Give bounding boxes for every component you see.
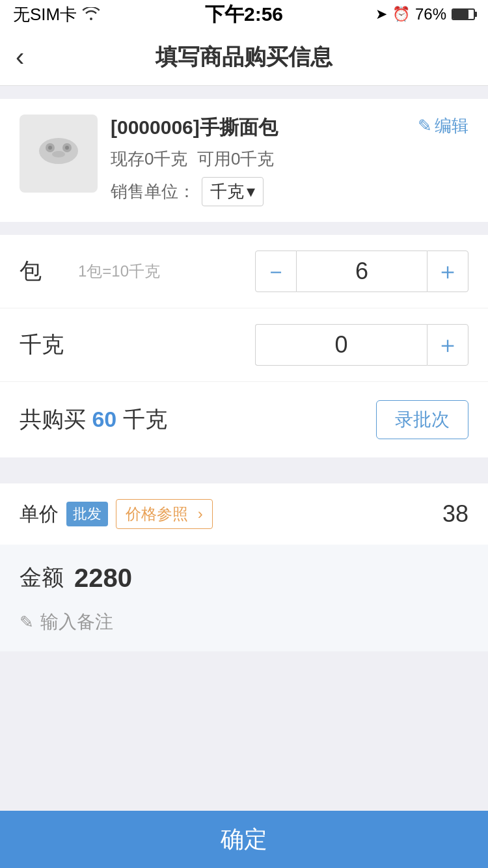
minus-button-bao[interactable]: － — [255, 251, 297, 292]
back-button[interactable]: ‹ — [16, 42, 24, 72]
quantity-row-bao: 包 1包=10千克 － ＋ — [0, 235, 488, 308]
battery-icon — [452, 8, 475, 20]
label-kg: 千克 — [20, 330, 72, 360]
total-row: 共购买 60 千克 录批次 — [0, 382, 488, 457]
status-left: 无SIM卡 — [13, 3, 100, 26]
price-label-area: 单价 批发 价格参照 › — [20, 499, 213, 529]
product-name: [0000006]手撕面包 — [111, 115, 468, 141]
chevron-down-icon: ▾ — [247, 182, 255, 202]
plus-button-bao[interactable]: ＋ — [427, 251, 468, 292]
amount-section: 金额 2280 ✎ 输入备注 — [0, 545, 488, 651]
svg-point-4 — [65, 146, 69, 150]
total-text: 共购买 60 千克 — [20, 405, 167, 435]
hint-bao: 1包=10千克 — [78, 261, 255, 282]
amount-label: 金额 — [20, 563, 64, 593]
svg-point-3 — [48, 146, 52, 150]
quantity-input-bao[interactable] — [297, 251, 427, 292]
product-unit: 销售单位： 千克 ▾ — [111, 177, 468, 206]
pencil-icon: ✎ — [20, 612, 34, 632]
batch-button[interactable]: 录批次 — [376, 400, 468, 439]
status-right: ➤ ⏰ 76% — [375, 5, 475, 23]
controls-kg: ＋ — [255, 324, 468, 366]
price-section: 单价 批发 价格参照 › 38 — [0, 483, 488, 545]
amount-value: 2280 — [74, 563, 132, 593]
product-stock: 现存0千克 可用0千克 — [111, 148, 468, 170]
svg-point-5 — [52, 151, 65, 157]
confirm-button[interactable]: 确定 — [0, 811, 488, 868]
controls-bao: － ＋ — [255, 251, 468, 292]
separator-1 — [0, 222, 488, 235]
price-value: 38 — [442, 500, 468, 528]
price-label: 单价 — [20, 501, 59, 528]
wifi-icon — [82, 5, 100, 25]
price-ref-button[interactable]: 价格参照 › — [116, 499, 213, 529]
product-image-placeholder — [36, 135, 81, 173]
edit-icon: ✎ — [418, 116, 432, 136]
plus-button-kg[interactable]: ＋ — [427, 324, 468, 366]
status-time: 下午2:56 — [205, 1, 283, 28]
page-title: 填写商品购买信息 — [156, 42, 332, 72]
label-bao: 包 — [20, 256, 72, 286]
quantity-section: 包 1包=10千克 － ＋ 千克 ＋ — [0, 235, 488, 382]
remark-placeholder: 输入备注 — [40, 610, 113, 634]
unit-dropdown[interactable]: 千克 ▾ — [202, 177, 264, 206]
nav-bar: ‹ 填写商品购买信息 — [0, 29, 488, 86]
battery-text: 76% — [415, 5, 446, 23]
separator-2 — [0, 457, 488, 470]
product-card: [0000006]手撕面包 现存0千克 可用0千克 销售单位： 千克 ▾ ✎ 编… — [0, 99, 488, 222]
quantity-row-kg: 千克 ＋ — [0, 308, 488, 382]
price-tag: 批发 — [66, 502, 108, 526]
carrier-text: 无SIM卡 — [13, 3, 77, 26]
product-image — [20, 115, 98, 193]
edit-button[interactable]: ✎ 编辑 — [418, 115, 468, 137]
status-bar: 无SIM卡 下午2:56 ➤ ⏰ 76% — [0, 0, 488, 29]
location-icon: ➤ — [375, 6, 387, 23]
quantity-input-kg[interactable] — [255, 324, 427, 366]
remark-row[interactable]: ✎ 输入备注 — [20, 603, 468, 641]
alarm-icon: ⏰ — [392, 6, 410, 23]
amount-row: 金额 2280 — [20, 563, 468, 593]
product-info: [0000006]手撕面包 现存0千克 可用0千克 销售单位： 千克 ▾ — [111, 115, 468, 206]
